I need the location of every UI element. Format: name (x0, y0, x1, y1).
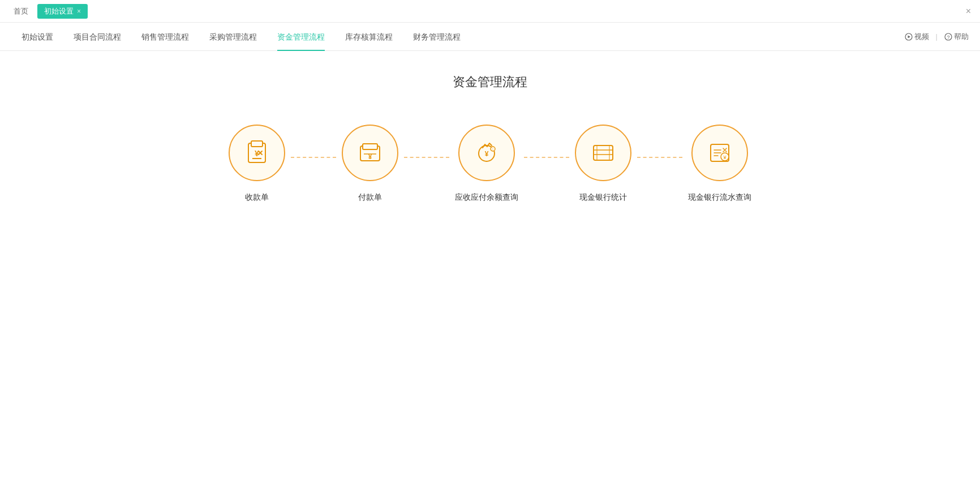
connector-1 (285, 157, 342, 170)
top-bar-right: × (966, 6, 971, 16)
page-title: 资金管理流程 (11, 74, 969, 91)
flow-item-payment[interactable]: ¥ 付款单 (342, 125, 398, 203)
flow-item-cash-bank-flow[interactable]: ¥ 现金银行流水查询 (688, 125, 751, 203)
cash-bank-stats-icon-circle (575, 125, 631, 181)
balance-query-label: 应收应付余额查询 (455, 192, 518, 203)
nav-item-initial-setup[interactable]: 初始设置 (11, 23, 63, 51)
video-link[interactable]: 视频 (905, 32, 929, 42)
flow-item-receipt[interactable]: ¥ 收款单 (229, 125, 285, 203)
svg-rect-14 (594, 145, 613, 160)
top-bar: 首页 初始设置 × × (0, 0, 980, 23)
svg-rect-5 (251, 141, 263, 147)
nav-right: 视频 | ? 帮助 (905, 32, 969, 42)
cash-bank-flow-icon: ¥ (706, 139, 734, 167)
cash-bank-flow-label: 现金银行流水查询 (688, 192, 751, 203)
cash-bank-stats-label: 现金银行统计 (579, 192, 627, 203)
connector-3 (518, 157, 575, 170)
cash-bank-flow-icon-circle: ¥ (691, 125, 748, 181)
nav-divider: | (936, 32, 938, 41)
svg-text:↑: ↑ (492, 147, 494, 151)
help-circle-icon: ? (944, 33, 952, 41)
svg-marker-1 (908, 35, 910, 38)
help-link[interactable]: ? 帮助 (944, 32, 969, 42)
balance-query-icon-circle: ¥ ↑ (458, 125, 515, 181)
svg-rect-8 (363, 144, 377, 149)
receipt-icon: ¥ (243, 139, 271, 167)
svg-text:¥: ¥ (485, 150, 489, 158)
payment-label: 付款单 (358, 192, 382, 203)
connector-2 (398, 157, 455, 170)
play-circle-icon (905, 33, 913, 41)
nav-bar: 初始设置 项目合同流程 销售管理流程 采购管理流程 资金管理流程 库存核算流程 … (0, 23, 980, 51)
nav-item-inventory[interactable]: 库存核算流程 (335, 23, 403, 51)
balance-query-icon: ¥ ↑ (472, 139, 501, 167)
flow-item-cash-bank-stats[interactable]: 现金银行统计 (575, 125, 631, 203)
payment-icon: ¥ (356, 139, 384, 167)
svg-text:¥: ¥ (368, 153, 372, 161)
receipt-icon-circle: ¥ (229, 125, 285, 181)
cash-bank-stats-icon (589, 139, 617, 167)
nav-item-finance-mgmt[interactable]: 财务管理流程 (403, 23, 471, 51)
connector-4 (631, 157, 688, 170)
nav-item-fund-mgmt[interactable]: 资金管理流程 (267, 23, 335, 51)
svg-text:¥: ¥ (255, 149, 259, 158)
nav-item-project-contract[interactable]: 项目合同流程 (63, 23, 131, 51)
tab-close-icon[interactable]: × (77, 7, 81, 15)
active-tab-label: 初始设置 (44, 6, 74, 16)
receipt-label: 收款单 (245, 192, 269, 203)
flow-container: ¥ 收款单 ¥ 付款单 (11, 125, 969, 203)
home-link[interactable]: 首页 (9, 6, 33, 16)
active-tab[interactable]: 初始设置 × (37, 4, 88, 19)
window-close-button[interactable]: × (966, 6, 971, 16)
main-content: 资金管理流程 ¥ 收款单 (0, 51, 980, 501)
flow-item-balance-query[interactable]: ¥ ↑ 应收应付余额查询 (455, 125, 518, 203)
payment-icon-circle: ¥ (342, 125, 398, 181)
nav-item-sales-mgmt[interactable]: 销售管理流程 (131, 23, 199, 51)
svg-text:¥: ¥ (723, 155, 727, 160)
svg-text:?: ? (947, 35, 949, 40)
nav-item-purchase-mgmt[interactable]: 采购管理流程 (199, 23, 267, 51)
